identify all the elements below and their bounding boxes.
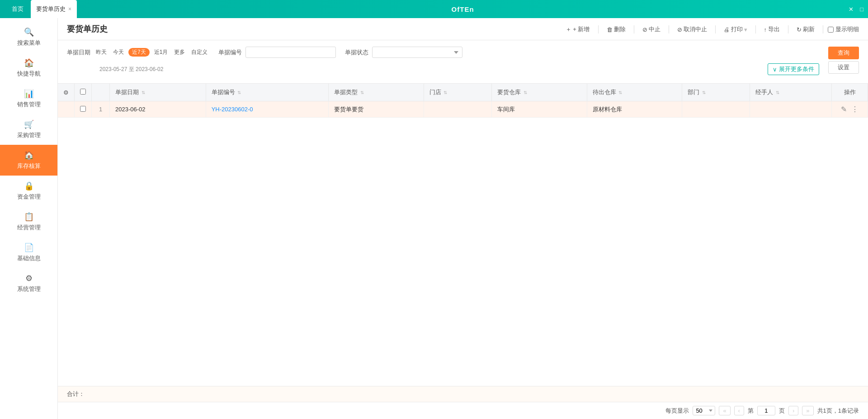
sort-date-icon[interactable]: ⇅ [142,90,145,95]
finance-icon: 🔒 [24,181,34,191]
doc-no-label: 单据编号 [218,48,242,57]
expand-more-btn[interactable]: ∨ 展开更多条件 [768,63,819,75]
sort-pending-warehouse-icon[interactable]: ⇅ [618,90,622,95]
delete-icon: 🗑 [607,26,613,33]
doc-no-input[interactable] [245,47,336,58]
total-info: 共1页，1条记录 [817,407,859,415]
filter-doc-no: 单据编号 [218,47,336,58]
cancel-stop-icon: ⊘ [677,26,682,33]
sidebar-item-basic-info[interactable]: 📄 基础信息 [0,237,57,268]
print-dropdown-icon: ▾ [744,26,747,33]
filter-date: 单据日期 昨天 今天 近7天 近1月 更多 自定义 [67,48,209,57]
divider-1 [598,25,599,33]
col-store: 门店 ⇅ [424,84,491,101]
print-button[interactable]: 🖨 打印 ▾ [720,24,751,35]
sidebar-item-search-menu[interactable]: 🔍 搜索菜单 [0,22,57,52]
window-maximize-icon[interactable]: □ [860,6,863,13]
date-shortcut-7days[interactable]: 近7天 [128,48,150,57]
sort-store-icon[interactable]: ⇅ [443,90,447,95]
show-detail-checkbox[interactable]: 显示明细 [828,25,859,33]
col-dept-label: 部门 [688,89,699,95]
row-select-checkbox[interactable] [80,106,86,112]
page-input[interactable] [757,406,775,415]
col-store-label: 门店 [429,89,441,95]
purchase-icon: 🛒 [24,119,34,129]
setting-button[interactable]: 设置 [828,61,859,74]
date-shortcut-1month[interactable]: 近1月 [152,48,170,57]
last-page-btn[interactable]: » [802,406,813,415]
filter-status: 单据状态 [345,47,462,58]
tab-home[interactable]: 首页 [5,0,31,18]
doc-no-link[interactable]: YH-20230602-0 [212,106,253,113]
sidebar-item-quick-nav[interactable]: 🏠 快捷导航 [0,52,57,83]
divider-5 [755,25,756,33]
export-icon: ↑ [764,26,767,33]
row-edit-icon[interactable]: ✎ [841,105,847,113]
col-dept: 部门 ⇅ [682,84,750,101]
sort-doc-no-icon[interactable]: ⇅ [237,90,241,95]
row-doc-no[interactable]: YH-20230602-0 [206,101,328,118]
col-checkbox [75,84,92,101]
divider-6 [788,25,788,33]
cancel-stop-button[interactable]: ⊘ 取消中止 [674,24,711,35]
select-all-checkbox[interactable] [80,89,86,95]
divider-3 [669,25,669,33]
row-more-icon[interactable]: ⋮ [851,105,859,113]
col-doc-type: 单据类型 ⇅ [329,84,424,101]
basic-info-icon: 📄 [24,243,34,252]
filter-row-2: 2023-05-27 至 2023-06-02 ∨ 展开更多条件 [67,62,819,77]
prev-page-btn[interactable]: ‹ [734,406,744,415]
settings-gear-icon[interactable]: ⚙ [63,89,69,96]
window-close-icon[interactable]: ✕ [849,6,854,13]
query-button[interactable]: 查询 [828,47,859,59]
first-page-btn[interactable]: « [719,406,730,415]
sidebar-item-inventory[interactable]: 🏠 库存核算 [0,145,57,176]
top-bar: 首页 要货单历史 × OfTEn ✕ □ [0,0,868,18]
sort-handler-icon[interactable]: ⇅ [776,90,779,95]
total-label: 合计： [67,390,85,397]
tab-active[interactable]: 要货单历史 × [31,0,77,18]
sort-req-warehouse-icon[interactable]: ⇅ [524,90,527,95]
sort-dept-icon[interactable]: ⇅ [702,90,706,95]
page-size-select[interactable]: 20 50 100 [693,406,715,415]
row-handler [750,101,832,118]
sort-doc-type-icon[interactable]: ⇅ [360,90,364,95]
next-page-btn[interactable]: › [788,406,798,415]
sidebar-item-purchase[interactable]: 🛒 采购管理 [0,114,57,145]
sidebar-item-quick-nav-label: 快捷导航 [17,70,41,78]
status-label: 单据状态 [345,48,368,57]
close-tab-icon[interactable]: × [68,6,71,12]
row-num: 1 [92,101,110,118]
show-detail-input[interactable] [828,27,834,33]
sidebar-item-inventory-label: 库存核算 [17,162,41,170]
date-shortcut-yesterday[interactable]: 昨天 [94,48,108,57]
system-icon: ⚙ [25,273,33,283]
row-pending-warehouse: 原材料仓库 [587,101,682,118]
date-shortcut-today[interactable]: 今天 [111,48,126,57]
status-select[interactable] [372,47,462,58]
date-shortcut-more[interactable]: 更多 [172,48,187,57]
row-checkbox[interactable] [75,101,92,118]
toolbar: ＋ + 新增 🗑 删除 ⊘ 中止 ⊘ [562,24,859,40]
sidebar-item-system[interactable]: ⚙ 系统管理 [0,268,57,299]
col-date: 单据日期 ⇅ [110,84,206,101]
page-size-label: 每页显示 [665,407,689,415]
date-shortcut-custom[interactable]: 自定义 [189,48,209,57]
delete-button[interactable]: 🗑 删除 [603,24,629,35]
sidebar-item-sales[interactable]: 📊 销售管理 [0,83,57,114]
sidebar-item-operation[interactable]: 📋 经营管理 [0,206,57,237]
page-header: 要货单历史 ＋ + 新增 🗑 删除 ⊘ 中止 [58,18,868,40]
stop-button[interactable]: ⊘ 中止 [639,24,664,35]
sidebar-item-purchase-label: 采购管理 [17,131,41,139]
sidebar-item-finance[interactable]: 🔒 资金管理 [0,176,57,206]
divider-2 [634,25,634,33]
col-settings: ⚙ [58,84,75,101]
page-title: 要货单历史 [67,24,108,34]
export-button[interactable]: ↑ 导出 [760,24,784,35]
operation-icon: 📋 [24,212,34,222]
sidebar-item-sales-label: 销售管理 [17,100,41,109]
new-button[interactable]: ＋ + 新增 [562,24,593,35]
row-store [424,101,491,118]
refresh-button[interactable]: ↻ 刷新 [793,24,818,35]
table-body: 1 2023-06-02 YH-20230602-0 要货单要货 车间库 原材料… [58,101,868,118]
